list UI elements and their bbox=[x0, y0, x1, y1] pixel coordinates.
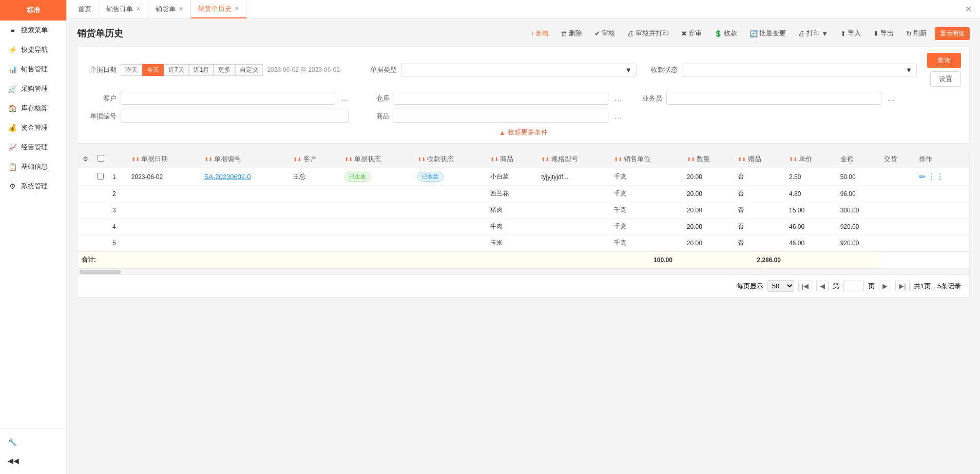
sort-unit-icon: ⬆⬇ bbox=[614, 156, 622, 162]
th-gift[interactable]: ⬆⬇ 赠品 bbox=[734, 150, 785, 168]
sidebar-item-quick-nav[interactable]: ⚡ 快捷导航 bbox=[0, 40, 66, 60]
sidebar-item-ops[interactable]: 📈 经营管理 bbox=[0, 137, 66, 157]
date-tag-1month[interactable]: 近1月 bbox=[189, 64, 214, 76]
date-tag-7days[interactable]: 近7天 bbox=[164, 64, 189, 76]
setting-button[interactable]: 设置 bbox=[930, 71, 961, 87]
filter-goods-item: 商品 ... bbox=[359, 110, 622, 123]
salesperson-input[interactable] bbox=[666, 92, 881, 105]
print-button[interactable]: 🖨 打印 ▼ bbox=[794, 27, 832, 40]
warehouse-dots[interactable]: ... bbox=[614, 94, 621, 103]
main-area: 首页 销售订单 ✕ 销货单 ✕ 销货单历史 ✕ ✕ 销货单历史 + 新增 🗑 删… bbox=[67, 0, 980, 474]
row-checkbox-4[interactable] bbox=[93, 219, 108, 235]
sidebar-item-finance[interactable]: 💰 资金管理 bbox=[0, 118, 66, 137]
import-button[interactable]: ⬆ 导入 bbox=[836, 27, 865, 40]
export-button[interactable]: ⬇ 导出 bbox=[869, 27, 898, 40]
add-button[interactable]: + 新增 bbox=[527, 27, 552, 40]
warehouse-input[interactable] bbox=[394, 92, 608, 105]
goods-input[interactable] bbox=[394, 110, 608, 123]
th-unit-price[interactable]: ⬆⬇ 单价 bbox=[785, 150, 836, 168]
close-all-tabs[interactable]: ✕ bbox=[961, 4, 976, 14]
total-info: 共1页，5条记录 bbox=[914, 282, 961, 291]
doc-type-select[interactable]: ▼ bbox=[401, 64, 636, 76]
row-edit-btn-1[interactable]: ✏ bbox=[919, 172, 926, 182]
last-page-button[interactable]: ▶| bbox=[895, 281, 909, 291]
batch-change-button[interactable]: 🔄 批量变更 bbox=[745, 27, 790, 40]
query-button[interactable]: 查询 bbox=[927, 53, 961, 68]
th-unit[interactable]: ⬆⬇ 销售单位 bbox=[610, 150, 683, 168]
filter-area: 单据日期 昨天 今天 近7天 近1月 更多 自定义 2023-06-02 至 2… bbox=[77, 46, 970, 144]
tab-sales-delivery[interactable]: 销货单 ✕ bbox=[148, 0, 191, 18]
date-range: 2023-06-02 至 2023-06-02 bbox=[267, 66, 339, 74]
th-gear[interactable]: ⚙ bbox=[78, 150, 93, 168]
display-detail-button[interactable]: 显示明细 bbox=[935, 27, 970, 40]
date-tag-yesterday[interactable]: 昨天 bbox=[121, 64, 142, 76]
query-actions: 查询 设置 bbox=[927, 53, 961, 87]
th-payment-status[interactable]: ⬆⬇ 收款状态 bbox=[413, 150, 486, 168]
row-checkbox-5[interactable] bbox=[93, 235, 108, 252]
th-doc-date[interactable]: ⬆⬇ 单据日期 bbox=[127, 150, 200, 168]
row-actions-5 bbox=[915, 235, 969, 252]
customer-dots[interactable]: ... bbox=[341, 94, 348, 103]
row-more-btn-1[interactable]: ⋮⋮ bbox=[928, 172, 944, 182]
date-tag-more[interactable]: 更多 bbox=[214, 64, 235, 76]
horizontal-scrollbar[interactable] bbox=[78, 268, 969, 274]
abandon-button[interactable]: ✖ 弃审 bbox=[677, 27, 706, 40]
th-spec[interactable]: ⬆⬇ 规格型号 bbox=[537, 150, 610, 168]
docno-input[interactable] bbox=[121, 110, 349, 123]
scroll-thumb[interactable] bbox=[80, 270, 121, 274]
select-all-checkbox[interactable] bbox=[98, 155, 104, 162]
close-sales-order-tab[interactable]: ✕ bbox=[136, 6, 141, 12]
row-checkbox-3[interactable] bbox=[93, 202, 108, 219]
th-customer[interactable]: ⬆⬇ 客户 bbox=[289, 150, 340, 168]
tab-sales-history[interactable]: 销货单历史 ✕ bbox=[191, 0, 247, 18]
row-checkbox-2[interactable] bbox=[93, 186, 108, 202]
sidebar-item-basic-info[interactable]: 📋 基础信息 bbox=[0, 157, 66, 176]
date-tag-custom[interactable]: 自定义 bbox=[235, 64, 263, 76]
date-tag-today[interactable]: 今天 bbox=[142, 64, 164, 76]
row-doc-date-5 bbox=[127, 235, 200, 252]
th-doc-status[interactable]: ⬆⬇ 单据状态 bbox=[340, 150, 413, 168]
row-spec-4 bbox=[537, 219, 610, 235]
customer-input[interactable] bbox=[121, 92, 335, 105]
audit-print-button[interactable]: 🖨 审核并打印 bbox=[623, 27, 673, 40]
payment-status-select[interactable]: ▼ bbox=[682, 64, 917, 76]
collapse-button[interactable]: ▲ 收起更多条件 bbox=[86, 128, 961, 137]
row-doc-no-1[interactable]: SA-20230602-0 bbox=[200, 168, 290, 186]
sidebar-bottom-settings[interactable]: 🔧 bbox=[0, 433, 66, 451]
sidebar-item-search-menu[interactable]: ≡ 搜索菜单 bbox=[0, 21, 66, 40]
filter-date-item: 单据日期 昨天 今天 近7天 近1月 更多 自定义 2023-06-02 至 2… bbox=[86, 64, 356, 76]
prev-page-button[interactable]: ◀ bbox=[816, 281, 829, 291]
sidebar-item-inventory[interactable]: 🏠 库存核算 bbox=[0, 98, 66, 118]
first-page-button[interactable]: |◀ bbox=[798, 281, 812, 291]
close-sales-history-tab[interactable]: ✕ bbox=[235, 5, 239, 12]
row-doc-status-5 bbox=[340, 235, 413, 252]
sort-spec-icon: ⬆⬇ bbox=[541, 156, 549, 162]
th-checkbox[interactable] bbox=[93, 150, 108, 168]
tab-sales-order[interactable]: 销售订单 ✕ bbox=[99, 0, 148, 18]
row-checkbox-1[interactable] bbox=[93, 168, 108, 186]
tab-home[interactable]: 首页 bbox=[71, 0, 99, 18]
sidebar-bottom-collapse[interactable]: ◀◀ bbox=[0, 451, 66, 470]
row-transaction-4 bbox=[880, 219, 915, 235]
page-title: 销货单历史 bbox=[77, 27, 123, 40]
collect-button[interactable]: 💲 收款 bbox=[710, 27, 741, 40]
sidebar-item-sales-mgmt[interactable]: 📊 销售管理 bbox=[0, 60, 66, 79]
sidebar-item-sys-mgmt[interactable]: ⚙ 系统管理 bbox=[0, 176, 66, 196]
salesperson-dots[interactable]: ... bbox=[888, 94, 894, 103]
page-number-input[interactable]: 1 bbox=[843, 281, 864, 291]
goods-dots[interactable]: ... bbox=[614, 112, 621, 121]
th-qty[interactable]: ⬆⬇ 数量 bbox=[683, 150, 734, 168]
per-page-select[interactable]: 50 100 bbox=[767, 280, 794, 292]
th-doc-no[interactable]: ⬆⬇ 单据编号 bbox=[200, 150, 290, 168]
next-page-button[interactable]: ▶ bbox=[879, 281, 891, 291]
sidebar: 标准 ≡ 搜索菜单 ⚡ 快捷导航 📊 销售管理 🛒 采购管理 🏠 库存核算 💰 … bbox=[0, 0, 67, 474]
audit-button[interactable]: ✔ 审核 bbox=[590, 27, 619, 40]
delete-button[interactable]: 🗑 删除 bbox=[556, 27, 586, 40]
th-goods[interactable]: ⬆⬇ 商品 bbox=[486, 150, 537, 168]
page-suffix: 页 bbox=[868, 282, 875, 291]
close-sales-delivery-tab[interactable]: ✕ bbox=[179, 6, 183, 12]
sidebar-item-purchase-mgmt[interactable]: 🛒 采购管理 bbox=[0, 79, 66, 98]
row-qty-3: 20.00 bbox=[683, 202, 734, 219]
refresh-button[interactable]: ↻ 刷新 bbox=[902, 27, 931, 40]
row-1-checkbox[interactable] bbox=[97, 173, 104, 180]
